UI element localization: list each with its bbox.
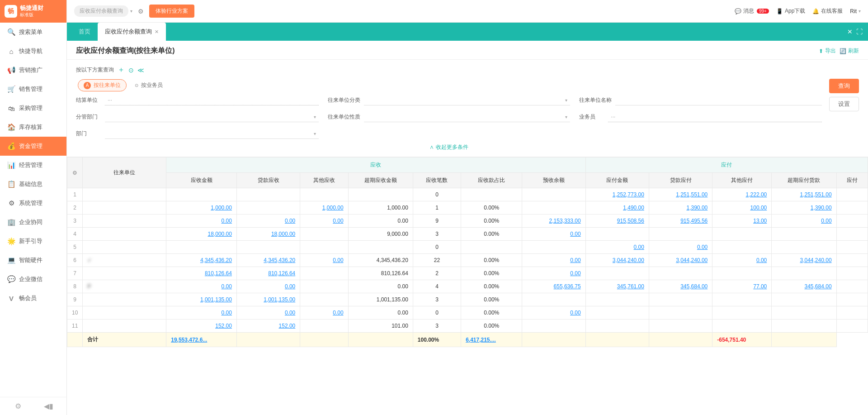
data-cell[interactable]: 345,761.00 [585, 280, 649, 293]
link-value[interactable]: 1,000.00 [211, 205, 232, 211]
link-value[interactable]: 1,222.00 [746, 191, 767, 198]
data-cell[interactable] [300, 241, 348, 254]
method-by-company[interactable]: A 按往来单位 [78, 79, 127, 91]
refresh-button[interactable]: 🔄 刷新 [840, 47, 859, 55]
link-value[interactable]: 810,126.64 [205, 270, 232, 277]
link-value[interactable]: 3,044,240.00 [676, 257, 708, 263]
data-cell[interactable] [300, 267, 348, 280]
link-value[interactable]: 345,684.00 [805, 283, 832, 290]
data-cell[interactable] [522, 320, 585, 333]
link-value[interactable]: 152.00 [215, 323, 232, 329]
data-cell[interactable] [300, 188, 348, 201]
data-cell[interactable] [772, 320, 836, 333]
sidebar-item-sales[interactable]: 🛒 销售管理 [0, 80, 66, 99]
data-cell[interactable]: 0.00 [649, 241, 712, 254]
sidebar-item-enterprise[interactable]: 🏢 企业协同 [0, 213, 66, 232]
data-cell[interactable] [712, 228, 772, 241]
data-cell[interactable]: 0.00 [522, 254, 585, 267]
link-value[interactable]: 655,636.75 [554, 283, 581, 290]
data-cell[interactable] [712, 267, 772, 280]
setting-button[interactable]: 设置 [829, 97, 859, 111]
online-service-action[interactable]: 🔔 在线客服 [812, 7, 843, 15]
link-value[interactable]: 18,000.00 [208, 231, 232, 237]
link-value[interactable]: 0.00 [821, 218, 831, 224]
link-value[interactable]: 0.00 [285, 283, 295, 290]
data-cell[interactable] [300, 320, 348, 333]
link-value[interactable]: 4,345,436.20 [264, 257, 295, 263]
sidebar-item-quick-nav[interactable]: ⌂ 快捷导航 [0, 42, 66, 61]
link-value[interactable]: 810,126.64 [268, 270, 295, 277]
data-cell[interactable]: 1,252,773.00 [585, 188, 649, 201]
data-cell[interactable]: 1,000.00 [166, 201, 237, 215]
sidebar-item-marketing[interactable]: 📢 营销推广 [0, 61, 66, 80]
sidebar-item-hardware[interactable]: 💻 智能硬件 [0, 251, 66, 270]
sidebar-item-inventory[interactable]: 🏠 库存核算 [0, 118, 66, 137]
data-cell[interactable]: 0.00 [166, 280, 237, 293]
gear-icon[interactable]: ⚙ [138, 8, 144, 15]
link-value[interactable]: 0.00 [333, 257, 343, 263]
data-cell[interactable]: 1,001,135.00 [166, 293, 237, 306]
data-cell[interactable]: 655,636.75 [522, 280, 585, 293]
data-cell[interactable] [712, 306, 772, 320]
link-value[interactable]: 152.00 [279, 323, 296, 329]
data-cell[interactable] [712, 320, 772, 333]
data-cell[interactable]: 18,000.00 [166, 228, 237, 241]
data-cell[interactable]: 152.00 [236, 320, 300, 333]
data-cell[interactable]: 345,684.00 [649, 280, 712, 293]
data-cell[interactable]: 0.00 [236, 306, 300, 320]
data-cell[interactable] [649, 267, 712, 280]
data-cell[interactable]: 0.00 [772, 215, 836, 228]
link-value[interactable]: 4,345,436.20 [200, 257, 232, 263]
link-value[interactable]: 1,251,551.00 [800, 191, 831, 198]
settings-condition-icon[interactable]: ⊙ [128, 67, 134, 74]
link-value[interactable]: 1,001,135.00 [200, 296, 232, 303]
tab-home[interactable]: 首页 [71, 23, 98, 41]
link-value[interactable]: 0.00 [697, 244, 708, 250]
sidebar-item-system[interactable]: ⚙ 系统管理 [0, 194, 66, 213]
data-cell[interactable]: 0.00 [522, 267, 585, 280]
data-cell[interactable]: 810,126.64 [236, 267, 300, 280]
link-value[interactable]: 100.00 [750, 205, 767, 211]
collapse-more-btn[interactable]: ∧ 收起更多条件 [429, 144, 468, 150]
data-cell[interactable] [772, 267, 836, 280]
method-by-staff[interactable]: ⊙ 按业务员 [131, 79, 166, 91]
data-cell[interactable]: 0.00 [712, 254, 772, 267]
filter-salesperson-input[interactable]: ··· [608, 112, 822, 122]
link-value[interactable]: 915,508.56 [617, 218, 644, 224]
breadcrumb-caret[interactable]: ▾ [130, 9, 132, 14]
link-value[interactable]: 3,044,240.00 [800, 257, 831, 263]
data-cell[interactable]: 810,126.64 [166, 267, 237, 280]
link-value[interactable]: 0.00 [285, 310, 295, 316]
data-cell[interactable]: 0.00 [585, 241, 649, 254]
sidebar-item-operations[interactable]: 📊 经营管理 [0, 156, 66, 175]
expand-icon[interactable]: ⛶ [856, 28, 863, 35]
data-cell[interactable] [585, 267, 649, 280]
link-value[interactable]: 1,251,551.00 [676, 191, 708, 198]
link-value[interactable]: 0.00 [222, 283, 232, 290]
data-cell[interactable] [649, 320, 712, 333]
data-cell[interactable]: 4,345,436.20 [236, 254, 300, 267]
link-value[interactable]: 0.00 [570, 231, 580, 237]
link-value[interactable]: 345,761.00 [617, 283, 644, 290]
data-cell[interactable] [585, 320, 649, 333]
export-button[interactable]: ⬆ 导出 [819, 47, 836, 55]
data-cell[interactable]: 13.00 [712, 215, 772, 228]
data-cell[interactable]: 3,044,240.00 [585, 254, 649, 267]
data-cell[interactable] [236, 201, 300, 215]
link-value[interactable]: 1,001,135.00 [264, 296, 295, 303]
filter-partner-name-input[interactable] [615, 95, 822, 105]
data-cell[interactable] [300, 280, 348, 293]
data-cell[interactable]: 0.00 [166, 215, 237, 228]
data-cell[interactable]: 3,044,240.00 [772, 254, 836, 267]
data-cell[interactable]: 152.00 [166, 320, 237, 333]
data-cell[interactable] [649, 293, 712, 306]
data-cell[interactable]: 915,495.56 [649, 215, 712, 228]
filter-dept-head-input[interactable] [108, 114, 314, 120]
data-cell[interactable]: 0.00 [166, 306, 237, 320]
data-cell[interactable] [522, 188, 585, 201]
sidebar-settings-btn[interactable]: ⚙ [5, 402, 32, 410]
query-button[interactable]: 查询 [829, 79, 859, 93]
message-action[interactable]: 💬 消息 99+ [735, 7, 769, 15]
data-cell[interactable]: 0.00 [300, 254, 348, 267]
link-value[interactable]: 1,252,773.00 [613, 191, 644, 198]
